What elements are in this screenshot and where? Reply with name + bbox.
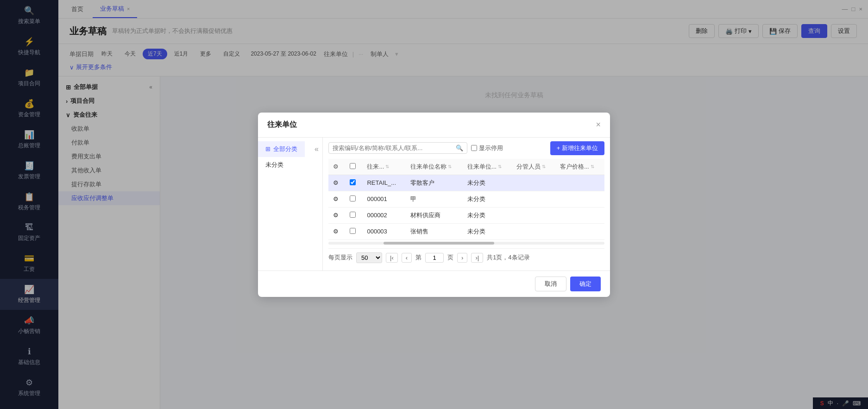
row2-category: 未分类 bbox=[463, 191, 512, 207]
partner-dialog: 往来单位 × ⊞ 全部分类 « 未分类 bbox=[258, 113, 610, 297]
col-code: 往来... ⇅ bbox=[362, 159, 405, 175]
row2-settings-icon: ⚙ bbox=[333, 195, 339, 202]
row1-settings-icon: ⚙ bbox=[333, 179, 339, 186]
row4-category: 未分类 bbox=[463, 223, 512, 239]
dialog-footer: 取消 确定 bbox=[258, 271, 610, 297]
row1-category: 未分类 bbox=[463, 175, 512, 191]
show-disabled-label[interactable]: 显示停用 bbox=[471, 144, 503, 152]
show-disabled-checkbox[interactable] bbox=[471, 145, 477, 151]
table-row[interactable]: ⚙ 000002 材料供应商 未分类 bbox=[328, 207, 604, 223]
table-row[interactable]: ⚙ 000003 张销售 未分类 bbox=[328, 223, 604, 239]
per-page-label: 每页显示 bbox=[328, 253, 352, 262]
row3-checkbox[interactable] bbox=[345, 207, 362, 223]
grid-category-icon: ⊞ bbox=[265, 145, 270, 152]
first-page-btn[interactable]: |‹ bbox=[386, 253, 398, 263]
col-settings: ⚙ bbox=[328, 159, 345, 175]
row3-settings-icon: ⚙ bbox=[333, 212, 339, 219]
col-checkbox bbox=[345, 159, 362, 175]
search-icon: 🔍 bbox=[456, 145, 463, 151]
row4-code: 000003 bbox=[362, 223, 405, 239]
row3-code: 000002 bbox=[362, 207, 405, 223]
dialog-body: ⊞ 全部分类 « 未分类 🔍 bbox=[258, 138, 610, 271]
row2-price bbox=[555, 191, 604, 207]
row4-settings-icon: ⚙ bbox=[333, 228, 339, 235]
row1-code: RETAIL_... bbox=[362, 175, 405, 191]
col-category: 往来单位... ⇅ bbox=[463, 159, 512, 175]
row4-price bbox=[555, 223, 604, 239]
page-input[interactable] bbox=[425, 253, 444, 263]
sort-category-icon: ⇅ bbox=[498, 164, 502, 169]
page-of-label: 页 bbox=[447, 253, 453, 262]
dialog-toolbar: 🔍 显示停用 + 新增往来单位 bbox=[328, 141, 604, 155]
settings-icon: ⚙ bbox=[333, 163, 339, 170]
category-collapse-btn[interactable]: « bbox=[311, 145, 322, 153]
total-records: 共1页，4条记录 bbox=[487, 253, 529, 262]
per-page-select[interactable]: 50 100 bbox=[356, 252, 382, 263]
page-label: 第 bbox=[415, 253, 421, 262]
dialog-header: 往来单位 × bbox=[258, 113, 610, 138]
prev-page-btn[interactable]: ‹ bbox=[402, 253, 412, 263]
row4-settings: ⚙ bbox=[328, 223, 345, 239]
search-box[interactable]: 🔍 bbox=[328, 142, 467, 154]
row3-price bbox=[555, 207, 604, 223]
row3-category: 未分类 bbox=[463, 207, 512, 223]
dialog-pagination: 每页显示 50 100 |‹ ‹ 第 页 › ›| 共1页，4条记录 bbox=[328, 248, 604, 267]
next-page-btn[interactable]: › bbox=[457, 253, 467, 263]
row2-code: 000001 bbox=[362, 191, 405, 207]
search-input[interactable] bbox=[333, 145, 454, 151]
row1-checkbox[interactable] bbox=[345, 175, 362, 191]
row3-settings: ⚙ bbox=[328, 207, 345, 223]
sort-manager-icon: ⇅ bbox=[542, 164, 546, 169]
row2-name: 甲 bbox=[406, 191, 463, 207]
col-name: 往来单位名称 ⇅ bbox=[406, 159, 463, 175]
table-body: ⚙ RETAIL_... 零散客户 未分类 ⚙ bbox=[328, 175, 604, 239]
col-manager: 分管人员 ⇅ bbox=[512, 159, 555, 175]
table-row[interactable]: ⚙ 000001 甲 未分类 bbox=[328, 191, 604, 207]
col-price: 客户价格... ⇅ bbox=[555, 159, 604, 175]
dialog-close-icon[interactable]: × bbox=[596, 120, 601, 129]
sort-name-icon: ⇅ bbox=[448, 164, 452, 169]
row4-name: 张销售 bbox=[406, 223, 463, 239]
dialog-table-scroll: ⚙ 往来... ⇅ 往来单位名 bbox=[328, 159, 604, 240]
cancel-button[interactable]: 取消 bbox=[535, 277, 566, 291]
last-page-btn[interactable]: ›| bbox=[471, 253, 483, 263]
row3-name: 材料供应商 bbox=[406, 207, 463, 223]
row2-settings: ⚙ bbox=[328, 191, 345, 207]
dialog-table: ⚙ 往来... ⇅ 往来单位名 bbox=[328, 159, 604, 240]
row1-manager bbox=[512, 175, 555, 191]
dialog-scrollbar[interactable] bbox=[328, 242, 604, 245]
row1-name: 零散客户 bbox=[406, 175, 463, 191]
category-unclassified[interactable]: 未分类 bbox=[258, 157, 322, 173]
table-header-row: ⚙ 往来... ⇅ 往来单位名 bbox=[328, 159, 604, 175]
dialog-left-panel: ⊞ 全部分类 « 未分类 bbox=[258, 138, 323, 271]
row3-manager bbox=[512, 207, 555, 223]
row1-price bbox=[555, 175, 604, 191]
row4-checkbox[interactable] bbox=[345, 223, 362, 239]
scrollbar-thumb[interactable] bbox=[384, 242, 494, 245]
row2-manager bbox=[512, 191, 555, 207]
add-partner-button[interactable]: + 新增往来单位 bbox=[550, 141, 604, 155]
table-row[interactable]: ⚙ RETAIL_... 零散客户 未分类 bbox=[328, 175, 604, 191]
sort-code-icon: ⇅ bbox=[385, 164, 389, 169]
sort-price-icon: ⇅ bbox=[591, 164, 594, 169]
category-all[interactable]: ⊞ 全部分类 bbox=[258, 141, 305, 157]
row4-manager bbox=[512, 223, 555, 239]
dialog-title: 往来单位 bbox=[267, 120, 297, 130]
dialog-right-panel: 🔍 显示停用 + 新增往来单位 ⚙ bbox=[323, 138, 610, 271]
row2-checkbox[interactable] bbox=[345, 191, 362, 207]
select-all-checkbox[interactable] bbox=[350, 163, 356, 169]
confirm-button[interactable]: 确定 bbox=[570, 277, 601, 291]
dialog-overlay[interactable]: 往来单位 × ⊞ 全部分类 « 未分类 bbox=[0, 0, 868, 409]
row1-settings: ⚙ bbox=[328, 175, 345, 191]
